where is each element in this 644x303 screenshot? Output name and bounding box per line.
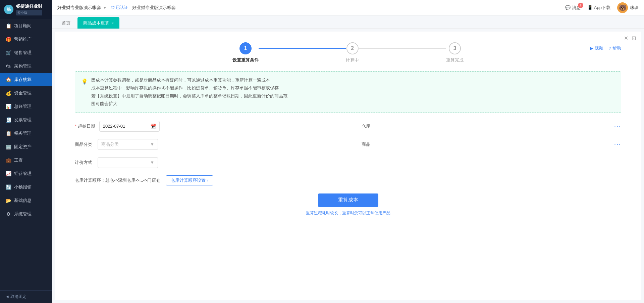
- start-date-input[interactable]: 2022-07-01 📅: [99, 121, 160, 132]
- category-field: 商品分类 商品分类 ▼: [75, 139, 335, 150]
- tab-close-icon[interactable]: ×: [111, 21, 114, 26]
- operation-icon: 📈: [5, 171, 11, 176]
- recalc-hint: 重算过程耗时较长，重算时您可以正常使用产品: [306, 210, 390, 216]
- sidebar-item-label: 工资: [14, 157, 23, 163]
- content-area: ✕ ⊡ 1 设置重算条件 2 计算中 3: [55, 32, 641, 300]
- basic-icon: 📂: [5, 198, 11, 203]
- tax-icon: 📋: [5, 131, 11, 136]
- sidebar-item-label: 税务管理: [14, 130, 32, 136]
- sidebar-item-operation[interactable]: 📈经营管理: [0, 167, 52, 180]
- product-ellipsis[interactable]: ···: [614, 141, 621, 148]
- system-icon: ⚙: [5, 211, 11, 217]
- price-method-select[interactable]: ▼: [98, 157, 158, 168]
- notice-line: 围可能会扩大: [91, 100, 287, 107]
- recalc-section: 重算成本 重算过程耗时较长，重算时您可以正常使用产品: [55, 193, 641, 216]
- step-line-2: [359, 48, 446, 49]
- phone-icon: 📱: [587, 5, 593, 10]
- tab-home[interactable]: 首页: [56, 17, 76, 29]
- video-link[interactable]: ▶ 视频: [590, 45, 603, 51]
- sidebar-item-inventory[interactable]: 🏠库存核算: [0, 73, 52, 86]
- invoice-icon: 🧾: [5, 117, 11, 123]
- price-method-label: 计价方式: [75, 160, 94, 166]
- warehouse-ellipsis[interactable]: ···: [614, 123, 621, 130]
- warehouse-order-btn-label: 仓库计算顺序设置: [171, 177, 206, 183]
- category-chevron-icon: ▼: [150, 142, 154, 147]
- sidebar-item-expense[interactable]: 🔄小畅报销: [0, 180, 52, 194]
- message-button[interactable]: 💬 消息 1: [565, 5, 581, 11]
- sidebar-item-label: 库存核算: [14, 77, 32, 83]
- sidebar-item-accounting[interactable]: 📊总账管理: [0, 100, 52, 113]
- category-placeholder: 商品分类: [101, 141, 119, 147]
- account-chevron-icon: ▼: [103, 6, 107, 10]
- product-label: 商品: [362, 141, 380, 147]
- main-area: 好业财专业版演示帐套 ▼ 🛡 已认证 好业财专业版演示帐套 💬 消息 1 📱 A…: [52, 0, 644, 303]
- step-1-circle: 1: [239, 42, 252, 54]
- sidebar-item-label: 小畅报销: [14, 184, 32, 190]
- sidebar-item-salary[interactable]: 💼工资: [0, 154, 52, 167]
- sidebar-footer[interactable]: ◄ 取消固定: [0, 290, 52, 303]
- finance-icon: 💰: [5, 90, 11, 96]
- tab-recalc[interactable]: 商品成本重算 ×: [77, 17, 119, 29]
- app-label: App下载: [594, 5, 610, 11]
- recalc-btn-label: 重算成本: [338, 197, 358, 203]
- category-select[interactable]: 商品分类 ▼: [98, 139, 158, 150]
- sidebar-item-sales[interactable]: 🛒销售管理: [0, 46, 52, 59]
- notice-line: 若【系统设置】中启用了自动调整记账日期时，会调整入库单的整单记账日期，因此重新计…: [91, 92, 287, 100]
- username: 珠珠: [630, 5, 639, 11]
- sidebar-item-basic[interactable]: 📂基础信息: [0, 194, 52, 207]
- topbar: 好业财专业版演示帐套 ▼ 🛡 已认证 好业财专业版演示帐套 💬 消息 1 📱 A…: [52, 0, 644, 15]
- sidebar-item-label: 营销推广: [14, 36, 32, 42]
- project-icon: 📋: [5, 23, 11, 29]
- warehouse-field: 仓库 ···: [362, 123, 622, 130]
- stepper: 1 设置重算条件 2 计算中 3 重算完成 ▶ 视频 ? 帮助: [55, 32, 641, 71]
- topbar-right: 💬 消息 1 📱 App下载 🐻 珠珠: [565, 2, 639, 13]
- price-method-field: 计价方式 ▼: [75, 157, 621, 168]
- sidebar-item-purchase[interactable]: 🛍采购管理: [0, 59, 52, 73]
- account-selector[interactable]: 好业财专业版演示帐套 ▼: [57, 5, 107, 11]
- message-badge: 1: [578, 3, 583, 8]
- sidebar-item-label: 总账管理: [14, 103, 32, 110]
- sidebar-item-invoice[interactable]: 🧾发票管理: [0, 113, 52, 127]
- app-download-button[interactable]: 📱 App下载: [587, 5, 610, 11]
- sidebar-item-label: 发票管理: [14, 117, 32, 123]
- accounting-icon: 📊: [5, 104, 11, 109]
- notice-content: 因成本计算参数调整，或是对商品成本有疑问时，可以通过成本重算功能，重新计算一遍成…: [91, 76, 287, 108]
- sidebar-item-assets[interactable]: 🏢固定资产: [0, 140, 52, 154]
- sidebar-item-project[interactable]: 📋项目顾问: [0, 19, 52, 33]
- recalc-button[interactable]: 重算成本: [318, 193, 378, 207]
- sidebar-item-label: 采购管理: [14, 63, 32, 69]
- verified-badge: 🛡 已认证: [111, 5, 128, 10]
- warehouse-order-button[interactable]: 仓库计算顺序设置 ›: [166, 175, 213, 185]
- sidebar-item-label: 系统管理: [14, 211, 32, 217]
- form-row-3: 计价方式 ▼: [75, 157, 621, 168]
- app-title: 畅捷通好业财: [16, 3, 42, 9]
- step-1-label: 设置重算条件: [232, 57, 259, 63]
- sidebar-item-label: 基础信息: [14, 198, 32, 204]
- warehouse-order-row: 仓库计算顺序：总仓->深圳仓库->...->门店仓 仓库计算顺序设置 ›: [55, 175, 641, 185]
- account-name: 好业财专业版演示帐套: [57, 5, 101, 11]
- verified-account-name: 好业财专业版演示帐套: [132, 5, 176, 11]
- step-2-label: 计算中: [346, 57, 359, 63]
- form-row-1: 起始日期 2022-07-01 📅 仓库 ···: [75, 121, 621, 132]
- sidebar-item-label: 项目顾问: [14, 23, 32, 29]
- calendar-icon: 📅: [150, 124, 156, 129]
- step-1: 1 设置重算条件: [232, 42, 259, 63]
- tab-recalc-label: 商品成本重算: [83, 20, 109, 26]
- sidebar-item-tax[interactable]: 📋税务管理: [0, 127, 52, 140]
- help-link[interactable]: ? 帮助: [609, 45, 621, 51]
- form-section: 起始日期 2022-07-01 📅 仓库 ··· 商品分类 商品分类: [55, 121, 641, 168]
- start-date-label: 起始日期: [75, 123, 95, 129]
- notice-box: 💡 因成本计算参数调整，或是对商品成本有疑问时，可以通过成本重算功能，重新计算一…: [75, 71, 621, 113]
- sidebar-item-marketing[interactable]: 🎁营销推广: [0, 33, 52, 46]
- salary-icon: 💼: [5, 158, 11, 163]
- step-3-label: 重算完成: [446, 57, 464, 63]
- sidebar-header: 畅 畅捷通好业财 专业版: [0, 0, 52, 19]
- sidebar-item-finance[interactable]: 💰资金管理: [0, 86, 52, 100]
- sidebar-item-system[interactable]: ⚙系统管理: [0, 207, 52, 221]
- logo-icon: 畅: [4, 5, 13, 14]
- tabs-bar: 首页 商品成本重算 ×: [52, 15, 644, 29]
- purchase-icon: 🛍: [5, 63, 11, 69]
- step-2-circle: 2: [346, 42, 359, 54]
- user-menu[interactable]: 🐻 珠珠: [617, 2, 639, 13]
- category-label: 商品分类: [75, 141, 94, 147]
